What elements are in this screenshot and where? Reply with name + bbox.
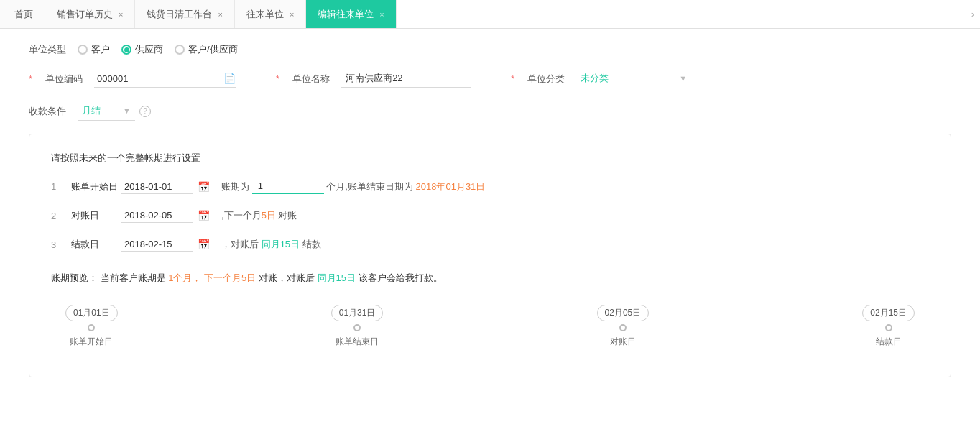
tl-dot-3 xyxy=(619,324,627,331)
tl-badge-1: 01月01日 xyxy=(65,305,118,321)
preview-highlight-2: 下一个月5日 xyxy=(204,272,256,283)
unit-type-label: 单位类型 xyxy=(29,43,66,56)
step-2-date-input[interactable] xyxy=(121,208,193,223)
step-3-prefix: ，对账后 xyxy=(221,238,259,251)
radio-circle-both xyxy=(175,45,185,55)
preview-highlight-3: 同月15日 xyxy=(318,272,356,283)
unit-category-value: 未分类 xyxy=(581,72,609,85)
step-1-date-input[interactable] xyxy=(121,180,193,194)
step-2-highlight: 5日 xyxy=(262,209,276,222)
tl-line-3 xyxy=(649,344,862,344)
tab-close-edit-partner[interactable]: × xyxy=(379,10,384,19)
step-1-num: 1 xyxy=(51,181,71,192)
tab-close-sales-history[interactable]: × xyxy=(119,10,123,19)
payment-condition-select[interactable]: 月结 ▼ xyxy=(78,101,135,121)
step-1-row: 1 账单开始日 📅 账期为 个月,账单结束日期为 2018年01月31日 xyxy=(51,179,929,194)
unit-type-radio-group: 客户 供应商 客户/供应商 xyxy=(78,43,238,56)
unit-category-select[interactable]: 未分类 ▼ xyxy=(576,69,691,88)
preview-highlight-1: 1个月， xyxy=(168,272,201,283)
tl-badge-2: 01月31日 xyxy=(331,305,384,321)
step-3-calendar-icon[interactable]: 📅 xyxy=(198,239,210,250)
preview-label: 账期预览： xyxy=(51,272,98,283)
step-2-suffix-text: 对账 xyxy=(276,209,297,222)
step-3-field-label: 结款日 xyxy=(71,238,121,251)
tl-node-1: 01月01日 账单开始日 xyxy=(65,305,118,348)
tab-cash-work[interactable]: 钱货日清工作台 × xyxy=(135,0,234,28)
step-2-num: 2 xyxy=(51,211,71,221)
tab-edit-partner[interactable]: 编辑往来单位 × xyxy=(306,0,396,28)
unit-code-label: 单位编码 xyxy=(45,73,83,86)
step-2-suffix: ,下一个月 5日 对账 xyxy=(221,209,297,222)
preview-part-4: 该客户会给我打款。 xyxy=(359,272,443,283)
step-1-field-label: 账单开始日 xyxy=(71,180,121,193)
inner-box: 请按照未来的一个完整帐期进行设置 1 账单开始日 📅 账期为 个月,账单结束日期… xyxy=(29,134,951,377)
unit-code-field: 📄 xyxy=(94,70,236,88)
timeline: 01月01日 账单开始日 01月31日 账单结束日 02月05日 xyxy=(65,305,915,348)
step-3-date: 📅 xyxy=(121,237,210,252)
payment-condition-row: 收款条件 月结 ▼ ? xyxy=(29,101,951,121)
tl-label-4: 结款日 xyxy=(876,336,902,348)
unit-name-input[interactable] xyxy=(341,70,471,88)
step-2-calendar-icon[interactable]: 📅 xyxy=(198,210,210,221)
step-3-suffix: ，对账后 同月15日 结款 xyxy=(221,238,321,251)
tab-close-partner-unit[interactable]: × xyxy=(290,10,294,19)
help-icon[interactable]: ? xyxy=(139,106,151,117)
step-1-calendar-icon[interactable]: 📅 xyxy=(198,181,210,193)
step-1-suffix-text: 个月,账单结束日期为 xyxy=(326,180,413,193)
step-2-field-label: 对账日 xyxy=(71,209,121,222)
step-1-date: 📅 xyxy=(121,180,210,194)
inner-box-title: 请按照未来的一个完整帐期进行设置 xyxy=(51,152,929,165)
step-1-suffix: 账期为 个月,账单结束日期为 2018年01月31日 xyxy=(221,179,485,194)
tab-home[interactable]: 首页 xyxy=(0,0,45,28)
tl-node-3: 02月05日 对账日 xyxy=(597,305,650,348)
copy-icon[interactable]: 📄 xyxy=(223,73,236,84)
unit-code-input[interactable] xyxy=(94,70,221,87)
preview-section: 账期预览： 当前客户账期是 1个月， 下一个月5日 对账，对账后 同月15日 该… xyxy=(51,272,929,359)
unit-info-row: * 单位编码 📄 * 单位名称 * 单位分类 未分类 ▼ xyxy=(29,69,951,88)
preview-part-1: 当前客户账期是 xyxy=(101,272,166,283)
star-name: * xyxy=(276,73,279,84)
step-3-suffix-text: 结款 xyxy=(302,238,321,251)
tl-line-1 xyxy=(118,344,331,344)
page-content: 单位类型 客户 供应商 客户/供应商 * 单位编码 📄 * 单位名称 * xyxy=(0,29,980,437)
period-input[interactable] xyxy=(252,179,324,194)
tl-label-1: 账单开始日 xyxy=(70,336,113,348)
star-category: * xyxy=(511,73,514,84)
tab-more-arrow[interactable]: › xyxy=(966,0,980,28)
payment-condition-value: 月结 xyxy=(82,104,101,117)
unit-name-label: 单位名称 xyxy=(292,73,330,86)
radio-supplier-label: 供应商 xyxy=(135,43,163,56)
tl-node-2: 01月31日 账单结束日 xyxy=(331,305,384,348)
step-3-date-input[interactable] xyxy=(121,237,193,252)
step-1-highlight: 2018年01月31日 xyxy=(416,180,486,193)
tab-sales-history[interactable]: 销售订单历史 × xyxy=(45,0,135,28)
step-2-row: 2 对账日 📅 ,下一个月 5日 对账 xyxy=(51,208,929,223)
tl-dot-4 xyxy=(885,324,892,331)
preview-part-3: 对账，对账后 xyxy=(259,272,315,283)
tl-badge-3: 02月05日 xyxy=(597,305,650,321)
tl-dot-1 xyxy=(88,324,95,331)
payment-condition-label: 收款条件 xyxy=(29,105,66,118)
tl-line-2 xyxy=(383,344,596,344)
star-code: * xyxy=(29,73,32,84)
step-2-date: 📅 xyxy=(121,208,210,223)
tl-badge-4: 02月15日 xyxy=(862,305,915,321)
timeline-container: 01月01日 账单开始日 01月31日 账单结束日 02月05日 xyxy=(51,305,929,348)
tl-label-2: 账单结束日 xyxy=(336,336,379,348)
step-3-highlight: 同月15日 xyxy=(262,238,300,251)
unit-category-label: 单位分类 xyxy=(527,73,565,86)
radio-both[interactable]: 客户/供应商 xyxy=(175,43,238,56)
tl-node-4: 02月15日 结款日 xyxy=(862,305,915,348)
radio-customer[interactable]: 客户 xyxy=(78,43,110,56)
step-3-row: 3 结款日 📅 ，对账后 同月15日 结款 xyxy=(51,237,929,252)
preview-text: 账期预览： 当前客户账期是 1个月， 下一个月5日 对账，对账后 同月15日 该… xyxy=(51,272,929,285)
step-1-suffix-prefix: 账期为 xyxy=(221,180,249,193)
tabs-bar: 首页 销售订单历史 × 钱货日清工作台 × 往来单位 × 编辑往来单位 × › xyxy=(0,0,980,29)
unit-category-arrow-icon: ▼ xyxy=(679,74,687,83)
tab-close-cash-work[interactable]: × xyxy=(218,10,222,19)
tab-partner-unit[interactable]: 往来单位 × xyxy=(235,0,306,28)
radio-both-label: 客户/供应商 xyxy=(188,43,238,56)
radio-supplier[interactable]: 供应商 xyxy=(121,43,163,56)
radio-circle-customer xyxy=(78,45,88,55)
unit-type-row: 单位类型 客户 供应商 客户/供应商 xyxy=(29,43,951,56)
